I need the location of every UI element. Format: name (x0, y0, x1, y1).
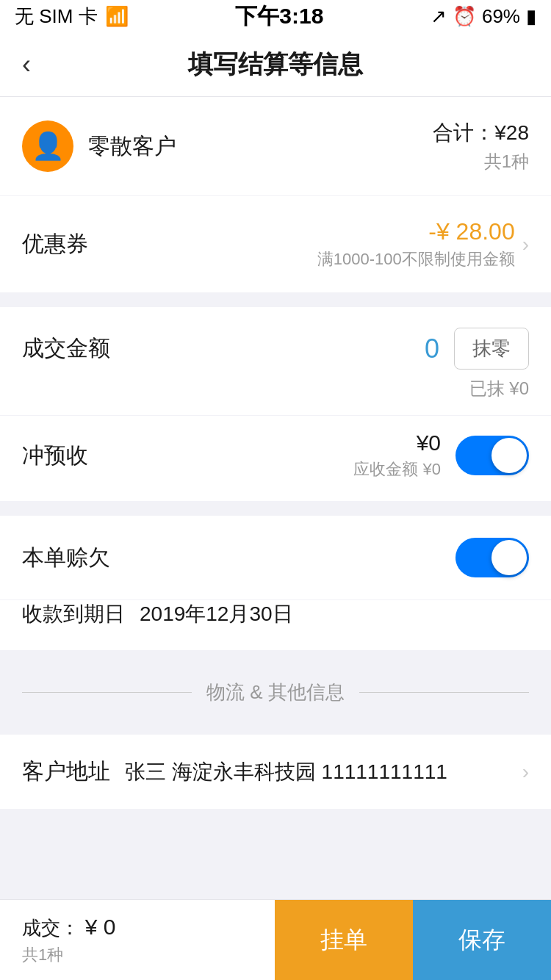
logistics-inner: 物流 & 其他信息 (22, 680, 529, 705)
bottom-deal-row: 成交： ¥ 0 (22, 915, 253, 941)
debt-label: 本单赊欠 (22, 543, 110, 573)
address-chevron-icon: › (522, 760, 529, 784)
status-bar: 无 SIM 卡 📶 下午3:18 ↗ ⏰ 69% ▮ (0, 0, 551, 32)
content: 👤 零散客户 合计：¥28 共1种 优惠券 -¥ 28.00 满1000-100… (0, 97, 551, 904)
bottom-spacer (0, 809, 551, 904)
prereceive-right: ¥0 应收金额 ¥0 (353, 430, 529, 480)
customer-name: 零散客户 (88, 131, 176, 162)
transaction-amount[interactable]: 0 (425, 334, 439, 364)
battery-icon: ▮ (526, 5, 536, 28)
prereceive-amount: ¥0 (353, 430, 441, 455)
total-label: 合计：¥28 (433, 119, 529, 147)
bottom-actions: 挂单 保存 (275, 900, 551, 980)
logistics-text: 物流 & 其他信息 (206, 680, 345, 705)
alarm-icon: ⏰ (453, 5, 476, 28)
coupon-right: -¥ 28.00 满1000-100不限制使用金额 › (317, 218, 529, 270)
due-date-value: 2019年12月30日 (140, 600, 293, 628)
bottom-summary: 成交： ¥ 0 共1种 (0, 915, 275, 966)
back-icon: ‹ (22, 49, 31, 79)
logistics-divider: 物流 & 其他信息 (0, 665, 551, 720)
debt-row: 本单赊欠 (0, 516, 551, 599)
transaction-row: 成交金额 0 抹零 (0, 307, 551, 377)
coupon-desc: 满1000-100不限制使用金额 (317, 248, 515, 270)
hang-button[interactable]: 挂单 (275, 900, 413, 980)
divider-line-left (22, 692, 192, 693)
customer-left: 👤 零散客户 (22, 120, 176, 172)
location-icon: ↗ (431, 5, 447, 28)
no-sim-text: 无 SIM 卡 (15, 4, 98, 29)
divider-line-right (359, 692, 529, 693)
customer-avatar: 👤 (22, 120, 73, 172)
page-title: 填写结算等信息 (188, 48, 363, 82)
address-label: 客户地址 (22, 757, 110, 787)
status-right: ↗ ⏰ 69% ▮ (431, 5, 536, 28)
customer-section: 👤 零散客户 合计：¥28 共1种 优惠券 -¥ 28.00 满1000-100… (0, 97, 551, 292)
transaction-sub: 已抹 ¥0 (0, 377, 551, 415)
bottom-deal-label: 成交： (22, 917, 79, 939)
transaction-section: 成交金额 0 抹零 已抹 ¥0 冲预收 ¥0 应收金额 ¥0 (0, 307, 551, 501)
toggle-knob (491, 438, 527, 473)
address-value: 张三 海淀永丰科技园 11111111111 (125, 758, 522, 786)
due-date-row[interactable]: 收款到期日 2019年12月30日 (0, 599, 551, 650)
prereceive-toggle[interactable] (455, 436, 529, 475)
bottom-bar: 成交： ¥ 0 共1种 挂单 保存 (0, 899, 551, 980)
bottom-deal-amount: ¥ 0 (85, 915, 116, 939)
customer-total: 合计：¥28 共1种 (433, 119, 529, 173)
back-button[interactable]: ‹ (22, 49, 31, 80)
save-button[interactable]: 保存 (413, 900, 551, 980)
total-count: 共1种 (433, 150, 529, 173)
status-time: 下午3:18 (235, 1, 323, 32)
avatar-icon: 👤 (32, 131, 65, 162)
round-button[interactable]: 抹零 (454, 328, 529, 370)
prereceive-label: 冲预收 (22, 441, 88, 471)
due-date-label: 收款到期日 (22, 600, 125, 628)
coupon-row[interactable]: 优惠券 -¥ 28.00 满1000-100不限制使用金额 › (0, 195, 551, 292)
wifi-icon: 📶 (105, 5, 129, 28)
coupon-value: -¥ 28.00 满1000-100不限制使用金额 (317, 218, 515, 270)
nav-bar: ‹ 填写结算等信息 (0, 32, 551, 97)
address-row[interactable]: 客户地址 张三 海淀永丰科技园 11111111111 › (0, 735, 551, 809)
coupon-amount: -¥ 28.00 (317, 218, 515, 245)
transaction-label: 成交金额 (22, 334, 110, 364)
status-left: 无 SIM 卡 📶 (15, 4, 129, 29)
debt-toggle[interactable] (455, 538, 529, 577)
coupon-label: 优惠券 (22, 229, 88, 259)
bottom-deal-count: 共1种 (22, 944, 253, 966)
prereceive-row: 冲预收 ¥0 应收金额 ¥0 (0, 415, 551, 501)
customer-row: 👤 零散客户 合计：¥28 共1种 (0, 97, 551, 195)
chevron-right-icon: › (522, 233, 529, 256)
transaction-right: 0 抹零 (425, 328, 529, 370)
address-section: 客户地址 张三 海淀永丰科技园 11111111111 › (0, 735, 551, 809)
prereceive-amount-block: ¥0 应收金额 ¥0 (353, 430, 441, 480)
battery-text: 69% (482, 5, 520, 28)
prereceive-sub: 应收金额 ¥0 (353, 458, 441, 480)
debt-section: 本单赊欠 收款到期日 2019年12月30日 (0, 516, 551, 650)
debt-toggle-knob (491, 540, 527, 575)
